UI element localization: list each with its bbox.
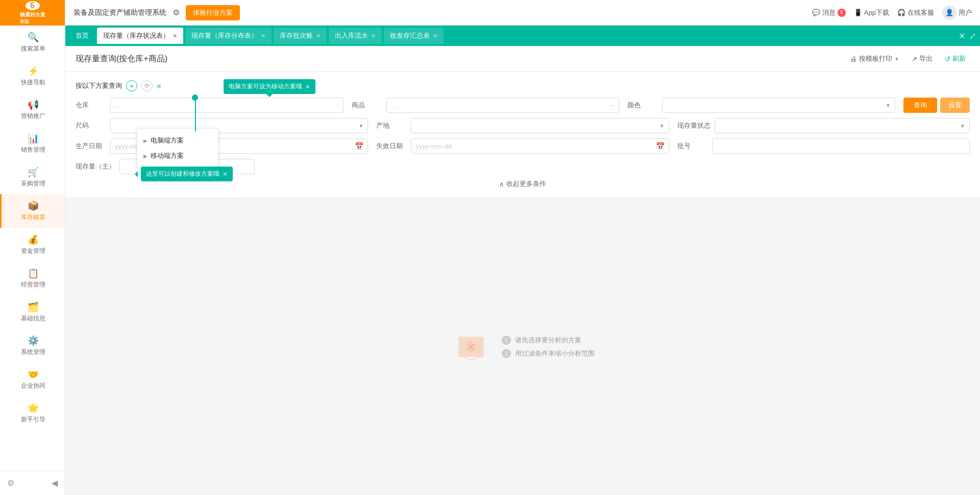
- goods-select[interactable]: ... ⋯: [386, 98, 620, 113]
- message-item[interactable]: 💬 消息 8: [812, 8, 846, 17]
- sidebar-item-system[interactable]: ⚙️ 系统管理: [0, 329, 65, 363]
- origin-select[interactable]: ▼: [411, 118, 669, 133]
- sidebar-item-finance[interactable]: 💰 资金管理: [0, 228, 65, 262]
- sidebar-item-purchase[interactable]: 🛒 采购管理: [0, 160, 65, 194]
- quantity-range: —: [119, 159, 970, 174]
- tab-batch-ledger[interactable]: 库存批次账 ✕: [274, 28, 327, 44]
- scheme-tree: ▶ 电脑端方案 ▶ 移动端方案: [137, 128, 218, 168]
- guide-icon: 🌟: [28, 403, 39, 414]
- tip-text-1: 请先选择要分析的方案: [515, 336, 581, 345]
- message-icon: 💬: [812, 9, 820, 16]
- filter-cell-warehouse: 仓库 ... ⋯: [76, 98, 344, 113]
- empty-tips: 1 请先选择要分析的方案 2 用过滤条件来缩小分析范围: [502, 336, 595, 358]
- close-all-btn[interactable]: ✕: [959, 31, 965, 41]
- expire-date-label: 失效日期: [376, 142, 407, 151]
- tab-inout-flow-close[interactable]: ✕: [371, 33, 376, 39]
- status-select[interactable]: ▼: [715, 118, 970, 133]
- tab-receive-summary[interactable]: 收发存汇总表 ✕: [384, 28, 444, 44]
- warehouse-chevron: ⋯: [334, 103, 339, 108]
- tab-home-label: 首页: [76, 31, 89, 40]
- tree-arrow-icon: ▶: [143, 138, 148, 144]
- empty-icon: [451, 326, 492, 367]
- warehouse-label: 仓库: [76, 101, 106, 110]
- search-button[interactable]: 查询: [903, 98, 937, 113]
- tab-inventory-dist[interactable]: 现存量（库存分布表） ✕: [185, 28, 272, 44]
- color-select[interactable]: ▼: [662, 98, 895, 113]
- reset-button[interactable]: 设置: [940, 98, 970, 113]
- sidebar: 6 畅通好生意 标版 🔍 搜索菜单 ⚡ 快捷导航 📢 营销推广 📊 销售管理 🛒…: [0, 0, 65, 495]
- sidebar-item-basic[interactable]: 🗂️ 基础信息: [0, 295, 65, 329]
- scheme-tooltip-close[interactable]: ✕: [305, 83, 310, 90]
- sidebar-item-guide[interactable]: 🌟 新手引导: [0, 396, 65, 430]
- sidebar-item-search[interactable]: 🔍 搜索菜单: [0, 26, 65, 59]
- tab-receive-summary-close[interactable]: ✕: [433, 33, 437, 39]
- filter-arrow-btn[interactable]: «: [157, 81, 161, 90]
- marketing-icon: 📢: [28, 99, 39, 110]
- collapse-icon: ∧: [499, 180, 504, 188]
- sidebar-item-quick-nav[interactable]: ⚡ 快捷导航: [0, 59, 65, 93]
- app-download-label: App下载: [864, 8, 889, 17]
- tab-batch-ledger-label: 库存批次账: [280, 31, 313, 40]
- filter-header: 按以下方案查询 + ⟳ «: [76, 80, 970, 91]
- scheme-tree-item-pc[interactable]: ▶ 电脑端方案: [137, 133, 218, 148]
- export-btn[interactable]: ↗ 导出: [908, 52, 937, 65]
- export-icon: ↗: [912, 55, 917, 63]
- batch-input[interactable]: [712, 138, 970, 154]
- online-support-label: 在线客服: [908, 8, 934, 17]
- expire-date-placeholder: yyyy-mm-dd: [415, 143, 452, 150]
- settings-footer-btn[interactable]: ⚙: [5, 476, 16, 490]
- sidebar-item-sales[interactable]: 📊 销售管理: [0, 127, 65, 160]
- tab-inventory-status-close[interactable]: ✕: [173, 33, 177, 39]
- tab-home[interactable]: 首页: [69, 28, 95, 44]
- online-support-item[interactable]: 🎧 在线客服: [897, 8, 934, 17]
- filter-area: 电脑方案可设为移动方案哦 ✕ 这里可以创建和修改方案哦 ✕ 按以下方案查询 + …: [65, 72, 980, 198]
- user-label: 用户: [959, 8, 972, 17]
- produce-date-calendar-icon[interactable]: 📅: [355, 142, 363, 150]
- quantity-label: 现存量（主）: [76, 162, 115, 171]
- settings-icon[interactable]: ⚙: [173, 8, 180, 17]
- system-icon: ⚙️: [28, 335, 39, 346]
- experience-btn[interactable]: 体验行业方案: [186, 5, 240, 20]
- sales-icon: 📊: [28, 133, 39, 144]
- avatar-placeholder: 👤: [945, 9, 953, 16]
- sidebar-item-enterprise[interactable]: 🤝 企业协同: [0, 363, 65, 396]
- origin-label: 产地: [376, 121, 407, 130]
- tab-inventory-dist-close[interactable]: ✕: [261, 33, 265, 39]
- sidebar-item-inventory[interactable]: 📦 库存核算: [0, 194, 65, 228]
- filter-scheme-btn[interactable]: ⟳: [141, 80, 153, 91]
- collapse-footer-btn[interactable]: ◀: [50, 476, 60, 490]
- tab-bar: 首页 现存量（库存状况表） ✕ 现存量（库存分布表） ✕ 库存批次账 ✕ 出入库…: [65, 26, 980, 46]
- sidebar-item-operations[interactable]: 📋 经营管理: [0, 262, 65, 295]
- page-title: 现存量查询(按仓库+商品): [76, 54, 167, 64]
- scheme-tooltip: 电脑方案可设为移动方案哦 ✕: [224, 79, 315, 94]
- empty-tip-2: 2 用过滤条件来缩小分析范围: [502, 349, 595, 358]
- expand-btn[interactable]: ⤢: [969, 31, 976, 41]
- refresh-btn[interactable]: ↺ 刷新: [941, 52, 970, 65]
- color-chevron: ▼: [886, 103, 891, 108]
- print-btn[interactable]: 🖨 按模板打印 ▼: [846, 52, 903, 65]
- expire-date-calendar-icon[interactable]: 📅: [656, 142, 665, 150]
- header-right: 💬 消息 8 📱 App下载 🎧 在线客服 👤 用户: [812, 6, 972, 20]
- filter-add-btn[interactable]: +: [126, 80, 137, 91]
- tab-batch-ledger-close[interactable]: ✕: [316, 33, 321, 39]
- tab-inventory-status[interactable]: 现存量（库存状况表） ✕: [97, 28, 183, 44]
- phone-icon: 📱: [854, 9, 862, 16]
- scheme-tree-item-mobile[interactable]: ▶ 移动端方案: [137, 148, 218, 163]
- tab-inout-flow[interactable]: 出入库流水 ✕: [329, 28, 382, 44]
- sidebar-item-marketing[interactable]: 📢 营销推广: [0, 93, 65, 127]
- filter-cell-size: 尺码 ▼: [76, 118, 368, 133]
- scheme-edit-tooltip-close[interactable]: ✕: [223, 171, 228, 178]
- print-icon: 🖨: [850, 55, 857, 63]
- user-item[interactable]: 👤 用户: [942, 6, 972, 20]
- operations-icon: 📋: [28, 268, 39, 279]
- empty-tip-1: 1 请先选择要分析的方案: [502, 336, 595, 345]
- sidebar-logo: 6 畅通好生意 标版: [0, 0, 65, 26]
- message-label: 消息: [822, 8, 836, 17]
- app-download-item[interactable]: 📱 App下载: [854, 8, 889, 17]
- warehouse-select[interactable]: ... ⋯: [110, 98, 344, 113]
- tab-receive-summary-label: 收发存汇总表: [390, 31, 430, 40]
- search-icon: 🔍: [28, 32, 39, 43]
- expire-date-input[interactable]: yyyy-mm-dd 📅: [411, 138, 669, 154]
- warehouse-placeholder: ...: [115, 102, 120, 109]
- filter-cell-color: 颜色 ▼: [627, 98, 895, 113]
